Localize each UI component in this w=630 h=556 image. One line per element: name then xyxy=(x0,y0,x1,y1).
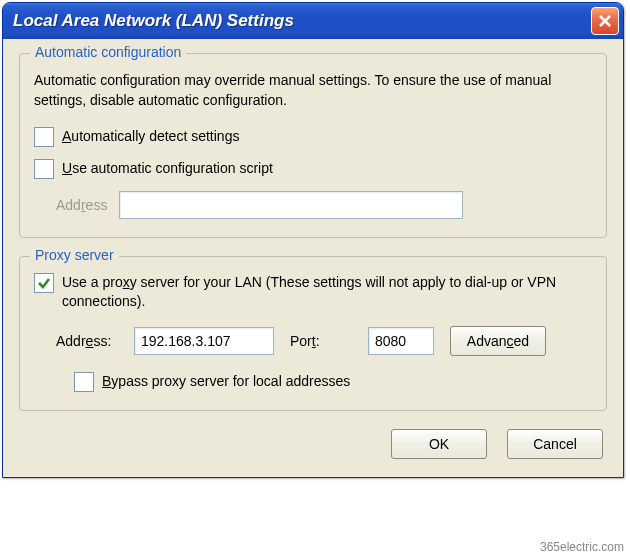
bypass-label[interactable]: Bypass proxy server for local addresses xyxy=(102,372,592,392)
auto-script-row: Use automatic configuration script xyxy=(34,159,592,179)
proxy-port-input[interactable] xyxy=(368,327,434,355)
title-bar[interactable]: Local Area Network (LAN) Settings xyxy=(3,3,623,39)
checkmark-icon xyxy=(37,276,51,290)
dialog-buttons: OK Cancel xyxy=(19,429,607,459)
bypass-row: Bypass proxy server for local addresses xyxy=(74,372,592,392)
auto-detect-row: Automatically detect settings xyxy=(34,127,592,147)
proxy-address-label: Address: xyxy=(56,333,124,349)
script-address-label: Address xyxy=(56,197,107,213)
ok-button[interactable]: OK xyxy=(391,429,487,459)
auto-script-label[interactable]: Use automatic configuration script xyxy=(62,159,592,179)
auto-detect-checkbox[interactable] xyxy=(34,127,54,147)
dialog-content: Automatic configuration Automatic config… xyxy=(3,39,623,477)
lan-settings-dialog: Local Area Network (LAN) Settings Automa… xyxy=(2,2,624,478)
group-title-proxy: Proxy server xyxy=(30,247,119,263)
script-address-input[interactable] xyxy=(119,191,463,219)
use-proxy-row: Use a proxy server for your LAN (These s… xyxy=(34,273,592,312)
group-title-auto: Automatic configuration xyxy=(30,44,186,60)
advanced-button[interactable]: Advanced xyxy=(450,326,546,356)
proxy-port-label: Port: xyxy=(290,333,358,349)
close-icon xyxy=(598,14,612,28)
proxy-server-group: Proxy server Use a proxy server for your… xyxy=(19,256,607,411)
use-proxy-checkbox[interactable] xyxy=(34,273,54,293)
proxy-address-row: Address: Port: Advanced xyxy=(56,326,592,356)
auto-script-checkbox[interactable] xyxy=(34,159,54,179)
auto-detect-label[interactable]: Automatically detect settings xyxy=(62,127,592,147)
use-proxy-label[interactable]: Use a proxy server for your LAN (These s… xyxy=(62,273,592,312)
automatic-configuration-group: Automatic configuration Automatic config… xyxy=(19,53,607,238)
bypass-checkbox[interactable] xyxy=(74,372,94,392)
watermark-text: 365electric.com xyxy=(540,540,624,554)
cancel-button[interactable]: Cancel xyxy=(507,429,603,459)
auto-description: Automatic configuration may override man… xyxy=(34,70,592,111)
close-button[interactable] xyxy=(591,7,619,35)
window-title: Local Area Network (LAN) Settings xyxy=(13,11,294,31)
script-address-row: Address xyxy=(56,191,592,219)
proxy-address-input[interactable] xyxy=(134,327,274,355)
